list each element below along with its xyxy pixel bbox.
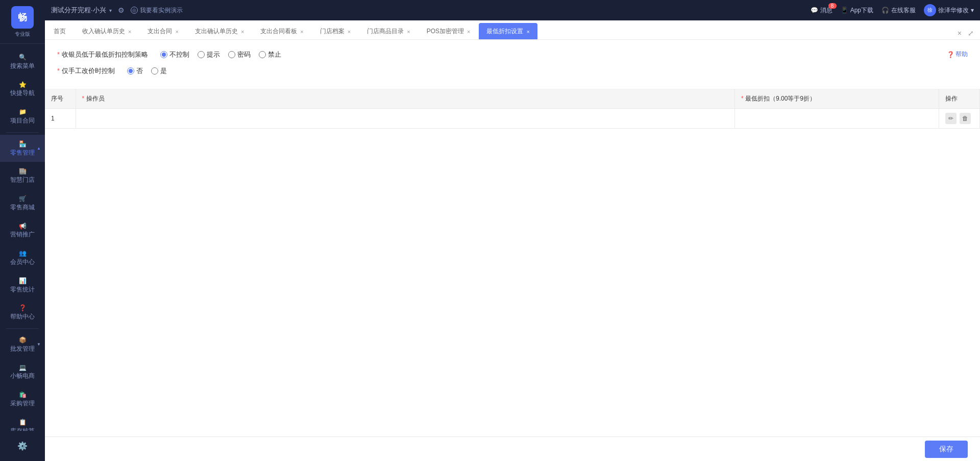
sidebar-item-help[interactable]: ❓ 帮助中心 bbox=[0, 299, 45, 326]
tab-store-goods[interactable]: 门店商品目录 × bbox=[359, 23, 418, 39]
tab-pos-password-close[interactable]: × bbox=[467, 29, 470, 35]
sidebar-item-retail[interactable]: 🏪 零售管理 bbox=[0, 135, 45, 162]
col-header-discount-text: 最低折扣（9.00等于9折） bbox=[745, 95, 816, 102]
sidebar-item-member[interactable]: 👥 会员中心 bbox=[0, 244, 45, 272]
cell-action: ✏ 🗑 bbox=[939, 109, 980, 129]
service-icon: 🎧 bbox=[881, 7, 889, 14]
col-header-seq: 序号 bbox=[45, 89, 76, 109]
tab-store-archive-label: 门店档案 bbox=[320, 27, 345, 36]
sidebar-item-search[interactable]: 🔍 搜索菜单 bbox=[0, 48, 45, 76]
tab-payment-board-close[interactable]: × bbox=[300, 29, 303, 35]
folder-icon: 📁 bbox=[19, 108, 27, 116]
radio-prompt-label: 提示 bbox=[207, 50, 220, 59]
radio-no-label: 否 bbox=[136, 66, 143, 76]
radio-ban[interactable]: 禁止 bbox=[259, 50, 281, 59]
tab-pos-password[interactable]: POS加密管理 × bbox=[419, 23, 478, 39]
save-button[interactable]: 保存 bbox=[925, 441, 968, 458]
tab-payment[interactable]: 支出合同 × bbox=[140, 23, 186, 39]
tab-payment-board[interactable]: 支出合同看板 × bbox=[253, 23, 311, 39]
col-header-discount: * 最低折扣（9.00等于9折） bbox=[735, 89, 939, 109]
sidebar: 畅 专业版 🔍 搜索菜单 ⭐ 快捷导航 📁 项目合同 🏪 零售管理 🏬 智慧门店… bbox=[0, 0, 45, 461]
tab-payment-confirm[interactable]: 支出确认单历史 × bbox=[187, 23, 252, 39]
user-menu[interactable]: 徐 徐泽华修改 ▾ bbox=[924, 4, 974, 16]
notification-button[interactable]: 💬 消息 8 bbox=[811, 6, 832, 15]
tab-min-discount[interactable]: 最低折扣设置 × bbox=[479, 23, 537, 39]
col-header-operator-text: 操作员 bbox=[86, 95, 105, 102]
help-question-icon: ❓ bbox=[947, 51, 954, 58]
radio-no-control-label: 不控制 bbox=[169, 50, 189, 59]
purchase-icon: 🛍️ bbox=[19, 391, 27, 399]
tabs-bar: 首页 收入确认单历史 × 支出合同 × 支出确认单历史 × 支出合同看板 × 门… bbox=[45, 20, 980, 40]
table-body: 1 ✏ 🗑 bbox=[45, 109, 980, 129]
radio-ban-label: 禁止 bbox=[268, 50, 281, 59]
radio-yes-input[interactable] bbox=[151, 67, 158, 75]
manual-price-row: 仅手工改价时控制 否 是 bbox=[57, 66, 968, 76]
sidebar-item-batch[interactable]: 📦 批发管理 bbox=[0, 331, 45, 358]
tab-min-discount-close[interactable]: × bbox=[526, 29, 529, 35]
tab-store-archive[interactable]: 门店档案 × bbox=[312, 23, 358, 39]
edit-icon[interactable]: ✏ bbox=[945, 113, 957, 124]
sidebar-divider bbox=[6, 132, 39, 133]
table-row: 1 ✏ 🗑 bbox=[45, 109, 980, 129]
delete-icon[interactable]: 🗑 bbox=[960, 113, 971, 124]
app-download-button[interactable]: 📱 App下载 bbox=[841, 6, 873, 15]
search-icon: 🔍 bbox=[19, 53, 27, 62]
radio-no[interactable]: 否 bbox=[127, 66, 143, 76]
sidebar-divider2 bbox=[6, 328, 39, 329]
sidebar-bottom: ⚙️ bbox=[13, 431, 32, 461]
help-icon: ❓ bbox=[19, 304, 27, 312]
sidebar-item-purchase[interactable]: 🛍️ 采购管理 bbox=[0, 385, 45, 413]
settings-button[interactable]: ⚙️ bbox=[13, 437, 32, 455]
radio-prompt[interactable]: 提示 bbox=[198, 50, 220, 59]
cell-operator bbox=[76, 109, 735, 129]
page-content: ❓ 帮助 收银员低于最低折扣控制策略 不控制 提示 bbox=[45, 40, 980, 461]
radio-no-control-input[interactable] bbox=[160, 51, 167, 58]
page-inner: ❓ 帮助 收银员低于最低折扣控制策略 不控制 提示 bbox=[45, 40, 980, 461]
main-area: 测试分开完程·小兴 ▾ ⚙ ◎ 我要看实例演示 💬 消息 8 📱 App下载 🎧… bbox=[45, 0, 980, 461]
tab-income-close[interactable]: × bbox=[128, 29, 131, 35]
cell-discount bbox=[735, 109, 939, 129]
tab-payment-close[interactable]: × bbox=[175, 29, 178, 35]
sidebar-item-ecommerce[interactable]: 💻 小畅电商 bbox=[0, 358, 45, 386]
demo-button[interactable]: ◎ 我要看实例演示 bbox=[131, 6, 183, 15]
tabs-expand-button[interactable]: ⤢ bbox=[966, 27, 976, 39]
project-selector[interactable]: 测试分开完程·小兴 ▾ bbox=[51, 6, 112, 15]
sidebar-item-retail-mall[interactable]: 🛒 零售商城 bbox=[0, 189, 45, 217]
sidebar-item-smart-store[interactable]: 🏬 智慧门店 bbox=[0, 162, 45, 189]
help-link[interactable]: ❓ 帮助 bbox=[947, 50, 968, 59]
control-policy-label: 收银员低于最低折扣控制策略 bbox=[57, 50, 148, 59]
sidebar-item-marketing[interactable]: 📢 营销推广 bbox=[0, 217, 45, 245]
marketing-icon: 📢 bbox=[19, 222, 27, 231]
radio-no-input[interactable] bbox=[127, 67, 134, 75]
radio-password-input[interactable] bbox=[228, 51, 235, 58]
user-arrow-icon: ▾ bbox=[971, 7, 974, 14]
tab-payment-confirm-close[interactable]: × bbox=[241, 29, 244, 35]
batch-icon: 📦 bbox=[19, 336, 27, 345]
tab-income[interactable]: 收入确认单历史 × bbox=[75, 23, 139, 39]
tab-home[interactable]: 首页 bbox=[46, 23, 74, 39]
radio-prompt-input[interactable] bbox=[198, 51, 205, 58]
radio-password[interactable]: 密码 bbox=[228, 50, 251, 59]
sidebar-item-project-contract[interactable]: 📁 项目合同 bbox=[0, 103, 45, 130]
app-logo-text: 专业版 bbox=[15, 31, 30, 37]
user-name: 徐泽华修改 bbox=[938, 6, 969, 15]
topbar-settings-icon[interactable]: ⚙ bbox=[118, 6, 125, 14]
radio-yes[interactable]: 是 bbox=[151, 66, 167, 76]
app-logo-icon: 畅 bbox=[11, 6, 34, 29]
radio-no-control[interactable]: 不控制 bbox=[160, 50, 189, 59]
sidebar-item-shortcut[interactable]: ⭐ 快捷导航 bbox=[0, 76, 45, 103]
tab-pos-password-label: POS加密管理 bbox=[427, 27, 464, 36]
discount-table: 序号 * 操作员 * 最低折扣（9.00等于9折） 操作 1 bbox=[45, 89, 980, 129]
tab-store-goods-close[interactable]: × bbox=[407, 29, 410, 35]
tab-store-archive-close[interactable]: × bbox=[348, 29, 351, 35]
radio-password-label: 密码 bbox=[237, 50, 251, 59]
topbar-right: 💬 消息 8 📱 App下载 🎧 在线客服 徐 徐泽华修改 ▾ bbox=[811, 4, 974, 16]
footer: 保存 bbox=[45, 436, 980, 461]
service-label: 在线客服 bbox=[891, 6, 916, 15]
online-service-button[interactable]: 🎧 在线客服 bbox=[881, 6, 916, 15]
sidebar-item-inventory[interactable]: 📋 库存核算 bbox=[0, 413, 45, 431]
topbar: 测试分开完程·小兴 ▾ ⚙ ◎ 我要看实例演示 💬 消息 8 📱 App下载 🎧… bbox=[45, 0, 980, 20]
sidebar-item-retail-stats[interactable]: 📊 零售统计 bbox=[0, 272, 45, 299]
radio-ban-input[interactable] bbox=[259, 51, 266, 58]
tabs-close-button[interactable]: × bbox=[955, 27, 964, 39]
